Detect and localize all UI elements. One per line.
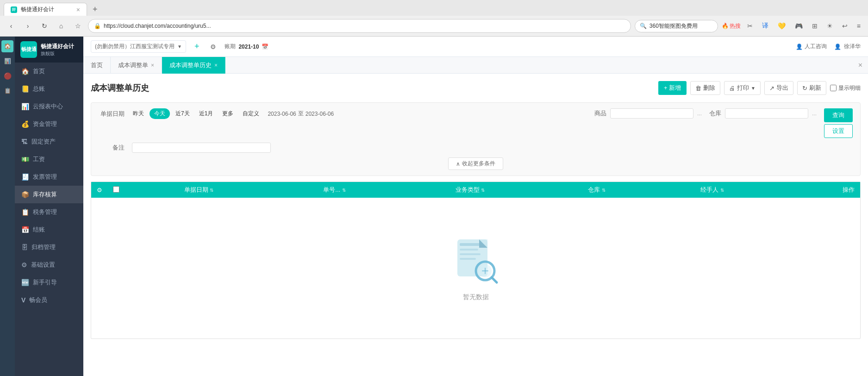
sidebar-item-reports[interactable]: 📊 云报表中心 [15,98,83,115]
sidebar-app-name: 畅捷通好会计 [41,43,74,50]
icon-sidebar-item-2[interactable]: 📊 [1,55,13,67]
archive-icon: 🗄 [21,244,28,251]
warehouse-more-btn[interactable]: ... [812,110,817,117]
remark-filter-label: 备注 [99,144,125,152]
warehouse-input[interactable] [725,108,808,119]
sidebar-header: 畅捷通 畅捷通好会计 旗舰版 [15,37,83,63]
sort-number-icon: ⇅ [342,188,346,193]
sidebar-item-inventory[interactable]: 📦 库存核算 [15,186,83,203]
filter-date-section: 单据日期 昨天 今天 近7天 近1月 更多 自定义 2023-06-06 至 [99,108,587,119]
col-checkbox[interactable] [108,182,125,198]
export-icon: ↗ [769,85,774,92]
col-warehouse[interactable]: 仓库 ⇅ [544,182,649,198]
period-display: 账期 2021-10 📅 [225,43,269,50]
reload-btn[interactable]: ↻ [38,19,51,32]
col-operator[interactable]: 经手人 ⇅ [649,182,775,198]
sort-date-icon: ⇅ [210,188,213,193]
shortcut-today[interactable]: 今天 [150,108,170,119]
col-settings[interactable]: ⚙ [91,182,108,198]
col-number-label: 单号... [323,186,340,193]
shortcut-yesterday[interactable]: 昨天 [129,108,148,119]
query-btn[interactable]: 查询 [824,108,853,122]
print-dropdown-icon: ▼ [751,86,756,91]
sidebar-item-home[interactable]: 🏠 首页 [15,63,83,80]
sidebar-item-ledger[interactable]: 📒 总账 [15,80,83,98]
export-btn[interactable]: ↗ 导出 [764,81,793,95]
browser-search[interactable]: 🔍 360智能抠图免费用 [635,20,718,32]
col-business-type[interactable]: 业务类型 ⇅ [396,182,544,198]
shortcut-more[interactable]: 更多 [219,108,237,119]
select-all-checkbox[interactable] [113,186,119,193]
refresh-btn[interactable]: ↻ 刷新 [797,81,826,95]
browser-tab-close[interactable]: × [76,6,80,13]
app-tab-cost-adjust[interactable]: 成本调整单 × [111,57,162,74]
browser-tool-translate[interactable]: 译 [759,21,771,31]
home-browser-btn[interactable]: ⌂ [55,19,68,32]
sidebar-item-guide[interactable]: 🆕 新手引导 [15,274,83,291]
sidebar-item-funds[interactable]: 💰 资金管理 [15,115,83,133]
print-btn[interactable]: 🖨 打印 ▼ [724,81,761,95]
shortcut-custom[interactable]: 自定义 [239,108,263,119]
close-tab-2[interactable]: × [214,62,218,69]
date-range-display: 2023-06-06 至 2023-06-06 [268,110,334,118]
url-text: https://cloud.chanjet.com/accounting/uru… [104,23,211,29]
company-settings-btn[interactable]: ⚙ [207,42,219,51]
sidebar-item-archive[interactable]: 🗄 归档管理 [15,238,83,256]
svg-rect-2 [460,249,478,251]
company-selector[interactable]: (勿删勿禁用）江西服宝测试专用 ▼ [91,40,186,53]
close-period-icon: 📅 [21,226,29,233]
browser-tool-game[interactable]: 🎮 [792,21,806,31]
new-tab-btn[interactable]: + [88,3,102,16]
sidebar-item-settings[interactable]: ⚙ 基础设置 [15,256,83,274]
new-btn[interactable]: + 新增 [658,81,687,95]
hot-search-icon[interactable]: 🔥 热搜 [722,22,741,30]
service-btn[interactable]: 👤 人工咨询 [796,43,827,50]
remark-input[interactable] [132,143,271,153]
sidebar-item-member[interactable]: V 畅会员 [15,291,83,309]
col-date[interactable]: 单据日期 ⇅ [125,182,273,198]
user-info[interactable]: 👤 徐泽华 [834,43,861,50]
browser-tool-menu[interactable]: ≡ [854,21,863,31]
browser-tool-grid[interactable]: ⊞ [809,21,820,31]
browser-tool-coin[interactable]: 💛 [775,21,788,31]
forward-btn[interactable]: › [21,19,34,32]
shortcut-1month[interactable]: 近1月 [195,108,217,119]
back-btn[interactable]: ‹ [5,19,18,32]
browser-tool-brightness[interactable]: ☀ [824,21,836,31]
svg-rect-3 [460,253,481,255]
close-tab-1[interactable]: × [151,62,154,69]
bookmark-btn[interactable]: ☆ [71,19,84,32]
sidebar-item-salary[interactable]: 💵 工资 [15,150,83,168]
icon-sidebar-item-4[interactable]: 📋 [1,85,13,97]
show-detail-checkbox[interactable] [830,85,837,91]
close-all-tabs-btn[interactable]: × [853,61,868,69]
col-number[interactable]: 单号... ⇅ [273,182,396,198]
collapse-btn[interactable]: ∧ 收起更多条件 [448,157,503,170]
date-filter-label: 单据日期 [99,110,125,118]
collapse-area: ∧ 收起更多条件 [99,157,853,170]
reports-icon: 📊 [21,103,29,110]
main-sidebar: 畅捷通 畅捷通好会计 旗舰版 🏠 首页 📒 总账 📊 云报表中心 💰 资 [15,37,83,376]
calendar-icon[interactable]: 📅 [262,44,269,50]
app-tab-cost-adjust-history[interactable]: 成本调整单历史 × [162,57,225,74]
url-bar[interactable]: 🔒 https://cloud.chanjet.com/accounting/u… [88,19,631,33]
sidebar-item-tax[interactable]: 📋 税务管理 [15,203,83,221]
app-tab-home[interactable]: 首页 [83,57,111,74]
sort-biz-icon: ⇅ [481,188,485,193]
icon-sidebar-item-1[interactable]: 🏠 [1,40,13,52]
delete-btn[interactable]: 🗑 删除 [690,81,720,95]
goods-input[interactable] [610,108,693,119]
icon-sidebar-item-3[interactable]: 🔴 [1,70,13,82]
inventory-icon: 📦 [21,191,29,198]
shortcut-7days[interactable]: 近7天 [172,108,194,119]
sidebar-item-invoice[interactable]: 🧾 发票管理 [15,168,83,186]
add-company-btn[interactable]: + [192,41,202,52]
sidebar-item-close[interactable]: 📅 结账 [15,221,83,238]
browser-tool-scissors[interactable]: ✂ [744,21,756,31]
sidebar-item-fixed-assets[interactable]: 🏗 固定资产 [15,133,83,150]
goods-more-btn[interactable]: ... [697,110,702,117]
browser-tool-undo[interactable]: ↩ [839,21,850,31]
browser-tab-app[interactable]: 好 畅捷通好会计 × [4,3,87,16]
col-action-label: 操作 [843,186,855,193]
filter-settings-btn[interactable]: 设置 [824,124,853,138]
